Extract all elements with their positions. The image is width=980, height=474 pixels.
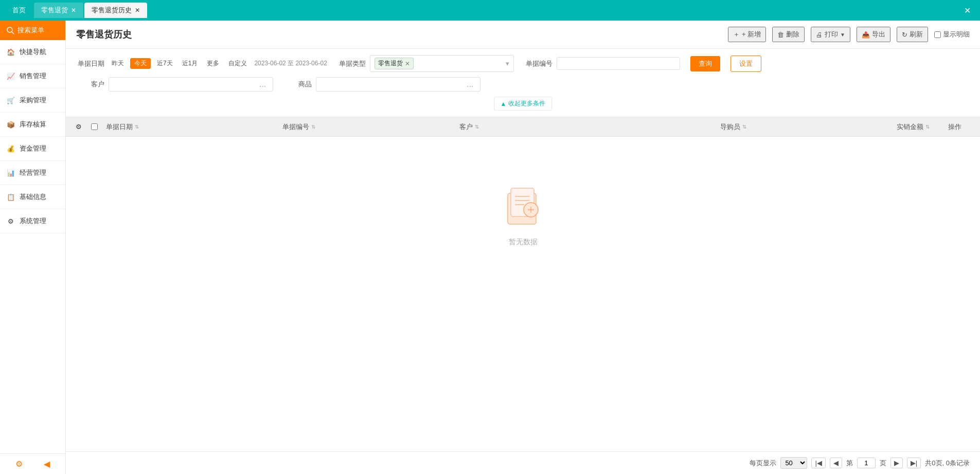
collapse-icon: ▲ xyxy=(501,100,507,107)
sales-icon: 📈 xyxy=(6,71,15,81)
search-menu[interactable]: 搜索菜单 xyxy=(0,21,65,40)
close-tab-retail-return[interactable]: ✕ xyxy=(71,7,76,14)
tab-retail-return-history[interactable]: 零售退货历史 ✕ xyxy=(84,3,147,18)
th-guide-label: 导购员 xyxy=(720,122,740,132)
search-menu-label: 搜索菜单 xyxy=(17,26,44,35)
prev-page-button[interactable]: ◀ xyxy=(830,458,842,468)
settings-bottom-icon[interactable]: ⚙ xyxy=(15,459,23,469)
show-detail-checkbox-label[interactable]: 显示明细 xyxy=(934,30,970,39)
svg-point-0 xyxy=(7,27,12,32)
pagination: 每页显示 10 20 50 100 |◀ ◀ 第 1 页 ▶ ▶| 共0页, 0… xyxy=(66,451,980,474)
sidebar-bottom: ⚙ ◀ xyxy=(0,453,65,474)
customer-filter-label: 客户 xyxy=(76,80,104,89)
settings-label: 设置 xyxy=(739,59,753,68)
filter-row-2: 客户 ... 商品 ... xyxy=(76,77,970,92)
next-page-button[interactable]: ▶ xyxy=(890,458,903,468)
sidebar-item-purchase[interactable]: 🛒 采购管理 xyxy=(0,88,65,113)
table-area: ⚙ 单据日期 ⇅ 单据编号 ⇅ 客户 ⇅ 导购员 ⇅ xyxy=(66,117,980,451)
no-filter-label: 单据编号 xyxy=(524,59,553,68)
th-amount-label: 实销金额 xyxy=(897,122,923,132)
date-btn-1month[interactable]: 近1月 xyxy=(179,58,201,69)
show-detail-checkbox[interactable] xyxy=(934,31,941,38)
goods-filter-input[interactable] xyxy=(320,81,465,88)
finance-icon: 💰 xyxy=(6,144,15,153)
sort-no-icon: ⇅ xyxy=(311,124,315,130)
sidebar-nav: 🏠 快捷导航 📈 销售管理 🛒 采购管理 📦 库存核算 💰 资金管理 📊 xyxy=(0,40,65,453)
table-select-all[interactable] xyxy=(86,123,102,130)
page-size-select[interactable]: 10 20 50 100 xyxy=(780,457,807,469)
collapse-button[interactable]: ▲ 收起更多条件 xyxy=(494,97,553,111)
basic-info-icon: 📋 xyxy=(6,192,15,202)
customer-more-icon[interactable]: ... xyxy=(259,80,266,89)
date-filter-group: 单据日期 昨天 今天 近7天 近1月 更多 自定义 2023-06-02 至 2… xyxy=(76,58,327,69)
th-no-label: 单据编号 xyxy=(282,122,309,132)
last-page-button[interactable]: ▶| xyxy=(907,458,921,468)
close-tab-retail-return-history[interactable]: ✕ xyxy=(135,7,140,14)
tab-home[interactable]: 首页 xyxy=(5,3,33,18)
nav-label-inventory: 库存核算 xyxy=(20,120,46,129)
print-button[interactable]: 🖨 打印 ▼ xyxy=(811,27,850,42)
customer-input-wrapper[interactable]: ... xyxy=(109,77,273,92)
date-btn-more[interactable]: 更多 xyxy=(204,58,222,69)
no-filter-group: 单据编号 xyxy=(524,57,680,70)
page-size-label: 每页显示 xyxy=(750,459,776,468)
query-button[interactable]: 查询 xyxy=(690,56,720,71)
goods-filter-label: 商品 xyxy=(283,80,312,89)
tab-bar: 首页 零售退货 ✕ 零售退货历史 ✕ ✕ xyxy=(0,0,980,21)
date-btn-today[interactable]: 今天 xyxy=(130,58,151,69)
table-header: ⚙ 单据日期 ⇅ 单据编号 ⇅ 客户 ⇅ 导购员 ⇅ xyxy=(66,117,980,137)
sidebar-item-finance[interactable]: 💰 资金管理 xyxy=(0,137,65,161)
sidebar-item-sales[interactable]: 📈 销售管理 xyxy=(0,64,65,88)
first-page-button[interactable]: |◀ xyxy=(811,458,825,468)
delete-button[interactable]: 🗑 删除 xyxy=(772,27,805,42)
empty-icon xyxy=(497,178,549,229)
refresh-label: 刷新 xyxy=(910,30,923,39)
type-tag-close[interactable]: ✕ xyxy=(405,60,410,67)
export-button[interactable]: 📤 导出 xyxy=(857,27,890,42)
date-btn-yesterday[interactable]: 昨天 xyxy=(109,58,127,69)
th-no[interactable]: 单据编号 ⇅ xyxy=(278,122,455,132)
type-filter-label: 单据类型 xyxy=(337,59,366,68)
type-select[interactable]: 零售退货 ✕ ▾ xyxy=(370,55,514,72)
refresh-button[interactable]: ↻ 刷新 xyxy=(897,27,928,42)
select-all-checkbox[interactable] xyxy=(91,123,98,130)
goods-input-wrapper[interactable]: ... xyxy=(316,77,480,92)
collapse-sidebar-icon[interactable]: ◀ xyxy=(44,459,50,469)
no-filter-input[interactable] xyxy=(557,57,680,70)
sidebar-item-basic-info[interactable]: 📋 基础信息 xyxy=(0,185,65,209)
window-close-button[interactable]: ✕ xyxy=(960,4,975,17)
filter-area: 单据日期 昨天 今天 近7天 近1月 更多 自定义 2023-06-02 至 2… xyxy=(66,49,980,117)
sidebar-item-operation[interactable]: 📊 经营管理 xyxy=(0,161,65,185)
sort-guide-icon: ⇅ xyxy=(742,124,746,130)
th-customer[interactable]: 客户 ⇅ xyxy=(455,122,716,132)
type-tag: 零售退货 ✕ xyxy=(375,58,414,69)
goods-more-icon[interactable]: ... xyxy=(467,80,473,89)
th-amount[interactable]: 实销金额 ⇅ xyxy=(893,122,944,132)
header-actions: ＋ + 新增 🗑 删除 🖨 打印 ▼ 📤 导出 ↻ xyxy=(728,27,970,42)
page-number-input[interactable]: 1 xyxy=(857,458,876,468)
type-select-arrow: ▾ xyxy=(506,60,509,67)
th-guide[interactable]: 导购员 ⇅ xyxy=(716,122,893,132)
purchase-icon: 🛒 xyxy=(6,96,15,105)
export-icon: 📤 xyxy=(862,31,870,39)
type-filter-group: 单据类型 零售退货 ✕ ▾ xyxy=(337,55,514,72)
th-customer-label: 客户 xyxy=(459,122,473,132)
tab-retail-return[interactable]: 零售退货 ✕ xyxy=(34,3,83,18)
content-area: 零售退货历史 ＋ + 新增 🗑 删除 🖨 打印 ▼ 📤 导出 xyxy=(66,21,980,474)
date-btn-custom[interactable]: 自定义 xyxy=(225,58,250,69)
nav-label-operation: 经营管理 xyxy=(20,168,46,177)
sidebar-item-inventory[interactable]: 📦 库存核算 xyxy=(0,113,65,137)
table-settings-icon[interactable]: ⚙ xyxy=(71,123,86,131)
collapse-label: 收起更多条件 xyxy=(508,99,545,108)
th-date-label: 单据日期 xyxy=(106,122,133,132)
print-label: 打印 xyxy=(825,30,838,39)
search-icon xyxy=(6,26,14,34)
customer-filter-input[interactable] xyxy=(113,81,257,88)
date-btn-7days[interactable]: 近7天 xyxy=(154,58,176,69)
sidebar-item-quick-nav[interactable]: 🏠 快捷导航 xyxy=(0,40,65,64)
th-date[interactable]: 单据日期 ⇅ xyxy=(102,122,278,132)
settings-button[interactable]: 设置 xyxy=(730,56,761,72)
new-button[interactable]: ＋ + 新增 xyxy=(728,27,766,42)
sidebar-item-system[interactable]: ⚙ 系统管理 xyxy=(0,209,65,233)
empty-state: 暂无数据 xyxy=(66,137,980,288)
